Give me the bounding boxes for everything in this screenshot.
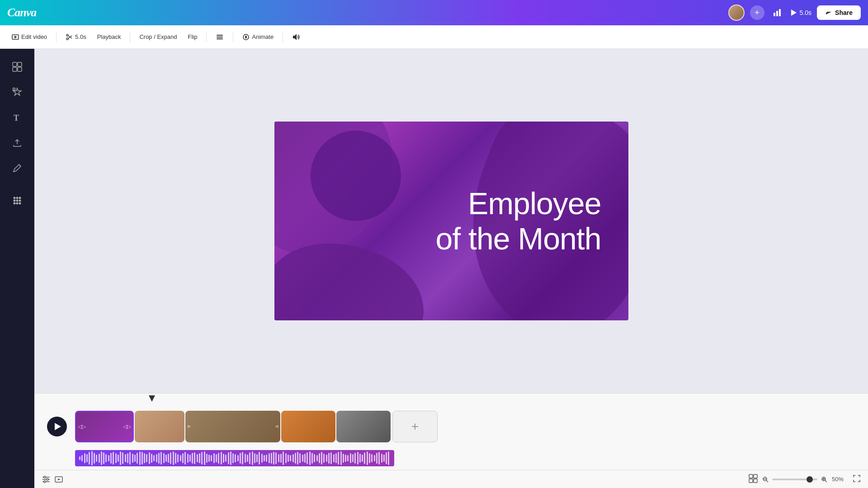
waveform-bar — [235, 454, 236, 462]
sidebar-item-draw[interactable] — [6, 157, 28, 179]
zoom-slider-track[interactable] — [772, 479, 817, 480]
waveform-bar — [113, 452, 114, 465]
waveform-bar — [273, 452, 274, 465]
slide-text-line1: Employee — [435, 186, 601, 221]
svg-rect-2 — [779, 9, 781, 16]
svg-text:T: T — [14, 113, 19, 122]
svg-rect-42 — [754, 479, 757, 483]
edit-video-button[interactable]: Edit video — [7, 31, 52, 43]
waveform-bar — [137, 453, 138, 464]
waveform-bar — [283, 451, 284, 465]
add-clip-button[interactable]: + — [392, 411, 438, 442]
waveform-bar — [232, 453, 234, 463]
add-collaborator-button[interactable]: + — [750, 5, 764, 20]
svg-rect-11 — [217, 37, 223, 38]
fullscreen-button[interactable] — [853, 474, 861, 484]
elements-icon — [12, 87, 22, 97]
svg-rect-39 — [749, 474, 753, 478]
crop-expand-button[interactable]: Crop / Expand — [135, 31, 181, 43]
divider-5 — [283, 32, 283, 42]
timeline-settings-button[interactable] — [42, 475, 51, 484]
svg-point-36 — [44, 481, 46, 483]
waveform-bar — [175, 453, 176, 464]
waveform-bar — [184, 452, 186, 465]
waveform-bar — [338, 452, 339, 465]
playback-button[interactable]: Playback — [93, 31, 126, 43]
clip-5[interactable] — [336, 411, 391, 442]
waveform-bar — [271, 453, 272, 464]
waveform-bar — [309, 451, 311, 465]
share-button[interactable]: Share — [817, 5, 861, 20]
present-button[interactable] — [54, 475, 63, 484]
waveform-bar — [168, 454, 169, 463]
waveform-bar — [247, 455, 248, 462]
zoom-slider-thumb[interactable] — [807, 476, 813, 483]
svg-point-34 — [44, 476, 46, 478]
waveform-bar — [350, 453, 351, 463]
waveform-bar — [79, 456, 80, 460]
edit-video-icon — [12, 33, 19, 41]
canva-logo: Canva — [7, 6, 36, 19]
share-label: Share — [835, 9, 853, 16]
play-button[interactable] — [47, 417, 67, 436]
duration-button[interactable]: 5.0s — [61, 31, 91, 43]
divider-4 — [233, 32, 233, 42]
waveform-bar — [316, 455, 318, 461]
waveform-bar — [156, 454, 157, 462]
avatar[interactable] — [728, 5, 745, 21]
preview-container: Employee of the Month — [34, 49, 868, 393]
clip-4[interactable] — [281, 411, 335, 442]
sidebar-item-text[interactable]: T — [6, 107, 28, 128]
waveform-bar — [146, 454, 147, 462]
svg-point-35 — [47, 479, 48, 480]
slide-text: Employee of the Month — [435, 186, 628, 256]
svg-rect-15 — [13, 62, 17, 66]
sidebar-item-elements[interactable] — [6, 81, 28, 103]
waveform-bar — [96, 455, 97, 462]
playback-label: Playback — [97, 33, 121, 40]
waveform-bar — [84, 453, 85, 463]
timeline-area: ◁▷ ◁▷ ⊳ ⊲ — [34, 393, 868, 470]
audio-waveform[interactable] — [75, 450, 394, 466]
timeline-settings-icon — [42, 475, 51, 484]
waveform-bar — [189, 455, 191, 462]
more-options-button[interactable] — [211, 30, 228, 44]
sidebar-item-upload[interactable] — [6, 132, 28, 154]
preview-play-button[interactable]: 5.0s — [790, 9, 811, 16]
clip-3[interactable]: ⊳ ⊲ — [185, 411, 280, 442]
blob-3 — [274, 244, 424, 320]
waveform-bar — [386, 452, 387, 464]
grid-view-button[interactable] — [749, 474, 758, 484]
clip-2[interactable] — [135, 411, 184, 442]
analytics-button[interactable] — [770, 5, 784, 20]
flip-label: Flip — [188, 33, 198, 40]
waveform-bar — [101, 451, 102, 465]
edit-video-label: Edit video — [21, 33, 47, 40]
waveform-bar — [249, 452, 250, 464]
clip-1-left-handle[interactable]: ◁▷ — [78, 423, 86, 430]
svg-rect-18 — [18, 67, 22, 71]
flip-button[interactable]: Flip — [184, 31, 202, 43]
svg-rect-10 — [217, 35, 223, 36]
add-clip-label: + — [411, 419, 419, 434]
waveform-bar — [302, 455, 303, 462]
waveform-bar — [118, 455, 119, 462]
sidebar-item-layout[interactable] — [6, 56, 28, 78]
clip-3-right-handle[interactable]: ⊲ — [273, 411, 280, 442]
clip-4-thumbnail — [281, 411, 335, 442]
sidebar-item-apps[interactable] — [6, 190, 28, 211]
svg-point-28 — [14, 202, 16, 205]
waveform-bar — [288, 455, 289, 462]
waveform-bar — [192, 453, 193, 464]
divider-3 — [206, 32, 207, 42]
clip-1-right-handle[interactable]: ◁▷ — [123, 423, 131, 430]
waveform-bar — [364, 452, 365, 464]
volume-button[interactable] — [288, 30, 305, 44]
waveform-bar — [122, 452, 123, 464]
clip-3-left-handle[interactable]: ⊳ — [185, 411, 193, 442]
waveform-bar — [144, 453, 145, 463]
waveform-bar — [242, 452, 243, 465]
clip-1[interactable]: ◁▷ ◁▷ — [75, 411, 134, 442]
waveform-bar — [314, 454, 315, 462]
animate-button[interactable]: Animate — [238, 31, 278, 43]
